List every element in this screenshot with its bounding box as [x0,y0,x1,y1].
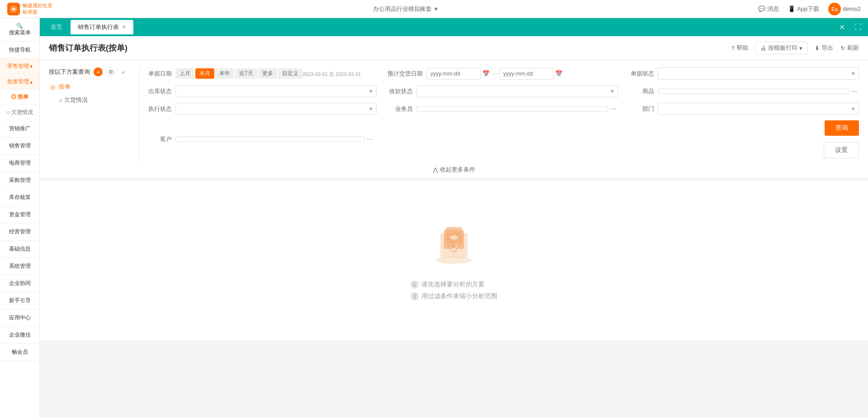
topbar-left: 畅捷通好生意 标准版 [7,3,52,15]
salesperson-row: 业务员 ··· [387,103,618,115]
sidebar-item-inventory[interactable]: 库存核算 [0,189,39,206]
sidebar: 🔍 搜索菜单 快捷导航 零售管理 ▾ 批发管理 ▴ ◎ 按单 ○ 欠货情况 营销… [0,18,40,418]
expected-date-start[interactable] [426,68,481,80]
sidebar-item-member[interactable]: 畅会员 [0,344,39,361]
payment-status-input: ▾ [416,85,618,97]
delivery-status-arrow: ▾ [369,88,373,95]
export-btn[interactable]: ⬇ 导出 [815,44,833,52]
customer-row: 客户 ··· [146,120,374,158]
goods-dots-btn[interactable]: ··· [849,87,859,95]
sidebar-item-enterprise[interactable]: 企业协同 [0,275,39,292]
order-status-select[interactable]: ▾ [658,67,859,80]
collapse-icon: ⋀ [433,166,438,173]
delivery-status-row: 出库状态 ▾ [146,85,377,97]
tip-num-2: 2 [410,292,419,300]
circle-dot-icon: ○ [6,109,9,115]
export-icon: ⬇ [815,45,820,52]
message-btn[interactable]: 💬 消息 [758,5,779,13]
solution-collapse-btn[interactable]: « [119,67,128,76]
payment-status-arrow: ▾ [611,88,614,95]
sidebar-search[interactable]: 🔍 搜索菜单 [0,18,39,42]
logo-area: 畅捷通好生意 标准版 [7,3,52,15]
date-btns: 上月 本月 本年 近7天 更多 自定义 [175,68,302,79]
salesperson-input: ··· [416,105,618,113]
maximize-icon[interactable]: ⛶ [852,21,864,33]
refresh-btn[interactable]: ↻ 刷新 [840,44,859,52]
expected-date-end[interactable] [499,68,553,80]
print-icon: 🖨 [760,45,766,52]
order-status-input: ▾ [658,67,859,80]
collapse-more-btn[interactable]: ⋀ 收起更多条件 [49,162,859,177]
solution-panel-title: 按以下方案查询 + ⚙ « [49,67,132,76]
search-btn[interactable]: 查询 [825,120,859,136]
sidebar-item-sales[interactable]: 销售管理 [0,138,39,155]
message-icon: 💬 [758,5,765,12]
date-btn-7days[interactable]: 近7天 [235,68,257,79]
page-title: 销售订单执行表(按单) [49,43,127,53]
filter-conditions: 单据日期 上月 本月 本年 近7天 更多 自定义 [146,67,859,162]
close-window-icon[interactable]: ✕ [835,21,848,33]
solution-setting-btn[interactable]: ⚙ [106,67,115,76]
tab-sales-order[interactable]: 销售订单执行表 ✕ [71,20,133,34]
sidebar-item-marketing[interactable]: 营销推广 [0,120,39,138]
sidebar-sub-shortage[interactable]: ○ 欠货情况 [0,105,39,120]
date-btn-thismonth[interactable]: 本月 [195,68,214,79]
topbar: 畅捷通好生意 标准版 办公用品行业模拟账套 ▾ 💬 消息 📱 App下载 Ea … [0,0,868,18]
date-btn-more[interactable]: 更多 [258,68,277,79]
dept-label: 部门 [629,105,654,113]
user-avatar[interactable]: Ea demo2 [828,3,861,15]
sidebar-sub-by-order[interactable]: ◎ 按单 [0,90,39,105]
salesperson-dots-btn[interactable]: ··· [608,105,618,113]
sidebar-item-wholesale[interactable]: 批发管理 ▴ [0,74,39,90]
solution-add-btn[interactable]: + [94,67,103,76]
expected-date-label: 预计交货日期 [387,70,423,78]
payment-status-select[interactable]: ▾ [416,85,618,97]
circle-check-icon: ◎ [11,94,16,100]
sidebar-item-finance[interactable]: 资金管理 [0,206,39,223]
print-btn[interactable]: 🖨 按模板打印 ▾ [755,42,807,54]
sidebar-item-operation[interactable]: 经营管理 [0,223,39,241]
customer-dots-btn[interactable]: ··· [365,135,374,143]
sidebar-quick-nav[interactable]: 快捷导航 [0,42,39,59]
tab-close-icon[interactable]: ✕ [122,24,126,30]
logo-text: 畅捷通好生意 标准版 [23,3,52,14]
filter-body: 按以下方案查询 + ⚙ « ◎ 按单 ○ 欠货情况 [49,67,859,162]
tabbar: 首页 销售订单执行表 ✕ ✕ ⛶ [40,18,868,36]
delivery-status-select[interactable]: ▾ [175,85,377,97]
dept-select[interactable]: ▾ [658,103,859,115]
setting-btn[interactable]: 设置 [824,142,859,158]
filter-section: 按以下方案查询 + ⚙ « ◎ 按单 ○ 欠货情况 [40,60,868,177]
delivery-status-label: 出库状态 [146,87,172,95]
dept-arrow: ▾ [852,105,855,112]
order-status-label: 单据状态 [629,70,654,78]
avatar: Ea [828,3,841,15]
date-btn-lastmonth[interactable]: 上月 [175,68,194,79]
empty-state: 1 请先选择要分析的方案 2 用过滤条件来缩小分析范围 [40,181,868,340]
goods-input: ··· [658,87,859,95]
calendar-end-icon[interactable]: 📅 [555,70,562,77]
exec-status-select[interactable]: ▾ [175,103,377,115]
breadcrumb[interactable]: 办公用品行业模拟账套 ▾ [373,5,438,13]
calendar-start-icon[interactable]: 📅 [482,70,490,77]
solution-sub-shortage[interactable]: ○ 欠货情况 [49,94,132,106]
sidebar-item-apps[interactable]: 应用中心 [0,309,39,327]
sidebar-item-system[interactable]: 系统管理 [0,258,39,275]
sidebar-item-basic[interactable]: 基础信息 [0,241,39,258]
page-header: 销售订单执行表(按单) ? 帮助 🖨 按模板打印 ▾ ⬇ 导出 [40,36,868,60]
date-btn-thisyear[interactable]: 本年 [215,68,234,79]
print-arrow-icon: ▾ [799,45,802,52]
tab-home[interactable]: 首页 [43,20,70,34]
sidebar-item-ecommerce[interactable]: 电商管理 [0,155,39,172]
sidebar-item-newguide[interactable]: 新手引导 [0,292,39,309]
refresh-icon: ↻ [840,45,845,52]
date-btn-custom[interactable]: 自定义 [278,68,302,79]
sidebar-item-retail[interactable]: 零售管理 ▾ [0,59,39,74]
sidebar-item-wechat[interactable]: 企业微信 [0,327,39,344]
solution-item-by-order[interactable]: ◎ 按单 [49,80,132,94]
page-header-actions: ? 帮助 🖨 按模板打印 ▾ ⬇ 导出 ↻ 刷新 [731,42,859,54]
help-btn[interactable]: ? 帮助 [731,44,748,52]
app-download-btn[interactable]: 📱 App下载 [788,5,819,13]
goods-label: 商品 [629,87,654,95]
sidebar-item-purchase[interactable]: 采购管理 [0,172,39,189]
date-label: 单据日期 [146,70,172,78]
